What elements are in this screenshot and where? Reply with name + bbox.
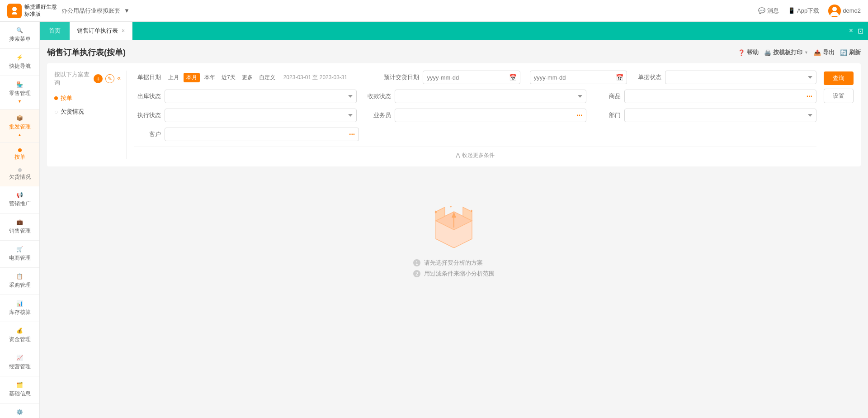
- collapse-up-icon: ⋀: [456, 152, 460, 158]
- collapse-btn[interactable]: ⋀ 收起更多条件: [456, 152, 495, 159]
- empty-tip-1: 1 请先选择要分析的方案: [413, 259, 495, 267]
- svg-text:✦: ✦: [470, 209, 473, 214]
- window-expand-icon[interactable]: ⊡: [858, 27, 863, 35]
- tip-num-2: 2: [413, 270, 420, 277]
- sidebar-item-purchase[interactable]: 📋 采购管理: [0, 268, 39, 295]
- tab-bar: 首页 销售订单执行表 × × ⊡: [40, 22, 868, 40]
- query-area: 单据日期 上月 本月 本年 近7天 更多 自定义: [134, 71, 816, 159]
- breadcrumb[interactable]: 办公用品行业模拟账套 ▼: [61, 7, 130, 15]
- message-btn[interactable]: 💬 消息: [758, 7, 779, 15]
- expand-up-icon: ▲: [18, 133, 22, 137]
- header-right: 💬 消息 📱 App下载 demo2: [758, 5, 861, 17]
- sidebar-item-arrears[interactable]: 欠货情况: [0, 165, 39, 185]
- field-payment: 收款状态: [364, 90, 587, 103]
- dept-select[interactable]: [624, 109, 816, 122]
- date-btn-thismonth[interactable]: 本月: [184, 73, 200, 82]
- calendar-end-icon[interactable]: 📅: [616, 74, 623, 81]
- date-quick-btns: 上月 本月 本年 近7天 更多 自定义: [166, 73, 277, 82]
- collapse-filter-icon[interactable]: «: [117, 74, 121, 83]
- status-select[interactable]: [665, 71, 816, 84]
- sidebar-item-sales-mgmt[interactable]: 💼 销售管理: [0, 214, 39, 241]
- avatar: [828, 5, 841, 17]
- salesperson-more-icon[interactable]: ···: [576, 111, 582, 119]
- sidebar-item-finance[interactable]: 💰 资金管理: [0, 322, 39, 349]
- sidebar-item-order[interactable]: 按单: [0, 145, 39, 165]
- outstock-select[interactable]: [165, 90, 357, 103]
- field-dept: 部门: [594, 109, 816, 122]
- tab-home[interactable]: 首页: [40, 22, 70, 40]
- query-row-4: 客户 ···: [134, 128, 816, 141]
- date-range-display: 2023-03-01 至 2023-03-31: [283, 74, 347, 81]
- message-icon: 💬: [758, 7, 765, 14]
- query-action-btns: 查询 设置: [820, 71, 854, 159]
- export-btn[interactable]: 📤 导出: [814, 48, 835, 57]
- help-btn[interactable]: ❓ 帮助: [738, 48, 759, 57]
- help-icon: ❓: [738, 49, 745, 56]
- expected-date-start-input[interactable]: [423, 71, 520, 84]
- expected-date-range: 📅 — 📅: [423, 71, 627, 84]
- ecommerce-icon: 🛒: [16, 246, 23, 252]
- date-btn-custom[interactable]: 自定义: [257, 73, 277, 82]
- field-status: 单据状态: [634, 71, 816, 84]
- inventory-icon: 📊: [16, 300, 23, 307]
- refresh-icon: 🔄: [840, 49, 847, 56]
- tab-close-icon[interactable]: ×: [122, 28, 125, 34]
- customer-more-icon[interactable]: ···: [349, 130, 355, 138]
- salesperson-input[interactable]: [399, 112, 576, 119]
- sidebar-search[interactable]: 🔍 搜索菜单: [0, 22, 39, 49]
- window-close-icon[interactable]: ×: [849, 27, 853, 35]
- sidebar-item-inventory[interactable]: 📊 库存核算: [0, 295, 39, 322]
- sidebar-item-retail-mgmt[interactable]: 🏪 零售管理 ▼: [0, 76, 39, 109]
- customer-input[interactable]: [169, 131, 349, 138]
- settings-btn[interactable]: 设置: [824, 89, 854, 103]
- edit-filter-icon[interactable]: ✎: [105, 74, 114, 83]
- expand-arrow-icon: ▼: [18, 99, 22, 104]
- add-filter-icon[interactable]: +: [94, 74, 103, 83]
- date-btn-7days[interactable]: 近7天: [220, 73, 237, 82]
- query-panel: 按以下方案查询 + ✎ « 按单 ○ 欠货情况: [47, 63, 861, 166]
- tab-sales-order[interactable]: 销售订单执行表 ×: [70, 22, 132, 40]
- sidebar-item-basic-info[interactable]: 🗂️ 基础信息: [0, 376, 39, 404]
- print-icon: 🖨️: [764, 49, 771, 56]
- field-product: 商品 ···: [594, 90, 816, 103]
- quick-nav-icon: ⚡: [16, 54, 23, 61]
- finance-icon: 💰: [16, 328, 23, 334]
- field-salesperson: 业务员 ···: [364, 109, 587, 122]
- filter-item-order[interactable]: 按单: [54, 91, 121, 105]
- sidebar-item-wholesale-mgmt[interactable]: 📦 批发管理 ▲: [0, 109, 39, 143]
- sidebar-item-system[interactable]: ⚙️ 系统管理: [0, 404, 39, 418]
- print-btn[interactable]: 🖨️ 按模板打印 ▼: [764, 48, 808, 57]
- svg-point-1: [832, 7, 837, 11]
- exec-select[interactable]: [165, 109, 357, 122]
- expected-date-end-wrap: 📅: [530, 71, 627, 84]
- query-btn[interactable]: 查询: [824, 71, 854, 85]
- payment-select[interactable]: [395, 90, 587, 103]
- sidebar-item-quick-nav[interactable]: ⚡ 快捷导航: [0, 49, 39, 76]
- sidebar-item-ecommerce[interactable]: 🛒 电商管理: [0, 241, 39, 268]
- tab-bar-actions: × ⊡: [849, 27, 868, 35]
- sidebar-item-business[interactable]: 📈 经营管理: [0, 349, 39, 376]
- basic-info-icon: 🗂️: [16, 382, 23, 388]
- refresh-btn[interactable]: 🔄 刷新: [840, 48, 861, 57]
- user-profile[interactable]: demo2: [828, 5, 861, 17]
- marketing-icon: 📢: [16, 192, 23, 198]
- filter-panel: 按以下方案查询 + ✎ « 按单 ○ 欠货情况: [54, 71, 127, 159]
- svg-text:✦: ✦: [434, 209, 438, 215]
- calendar-start-icon[interactable]: 📅: [509, 74, 517, 81]
- sidebar-item-marketing[interactable]: 📢 营销推广: [0, 186, 39, 214]
- filter-item-arrears[interactable]: ○ 欠货情况: [54, 105, 121, 119]
- content-area: 首页 销售订单执行表 × × ⊡ 销售订单执行表(按单) ❓ 帮助: [40, 22, 868, 418]
- date-btn-thisyear[interactable]: 本年: [203, 73, 217, 82]
- empty-tips: 1 请先选择要分析的方案 2 用过滤条件来缩小分析范围: [413, 259, 495, 278]
- expected-date-end-input[interactable]: [530, 71, 627, 84]
- product-input[interactable]: [628, 93, 806, 100]
- filter-panel-title: 按以下方案查询 + ✎ «: [54, 71, 121, 87]
- date-btn-more[interactable]: 更多: [240, 73, 255, 82]
- top-header: 畅捷通好生意 标准版 办公用品行业模拟账套 ▼ 💬 消息 📱 App下载 dem…: [0, 0, 868, 22]
- product-more-icon[interactable]: ···: [807, 92, 812, 100]
- app-download-btn[interactable]: 📱 App下载: [788, 7, 819, 15]
- query-row-2: 出库状态 收款状态: [134, 90, 816, 103]
- sidebar: 🔍 搜索菜单 ⚡ 快捷导航 🏪 零售管理 ▼ 📦 批发管理 ▲ 按单 欠货情况: [0, 22, 40, 418]
- date-btn-lastmonth[interactable]: 上月: [166, 73, 181, 82]
- empty-state: ✦ ✦ ✦ 1 请先选择要分析的方案 2 用过滤条件来缩小分析范围: [47, 166, 861, 314]
